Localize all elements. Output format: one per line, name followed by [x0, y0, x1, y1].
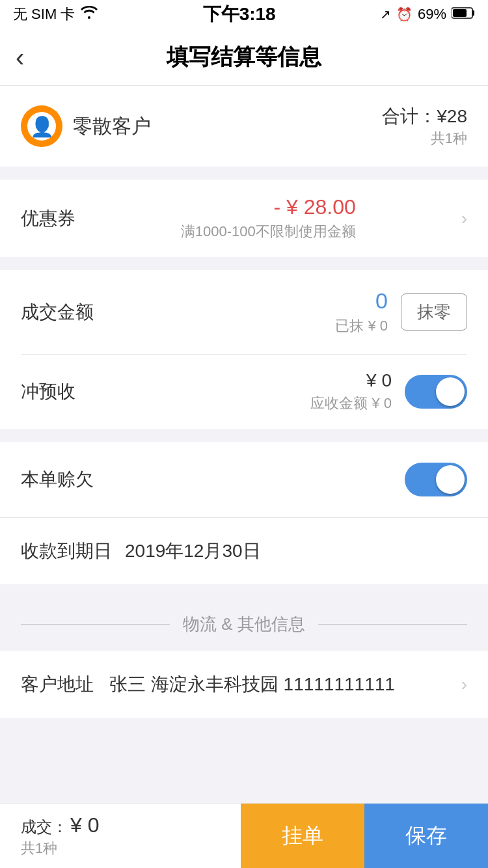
- location-icon: ↗: [380, 7, 391, 22]
- address-chevron-icon: ›: [461, 674, 467, 695]
- logistics-label: 物流 & 其他信息: [183, 613, 305, 636]
- svg-rect-1: [472, 10, 474, 16]
- toggle-thumb: [436, 377, 465, 406]
- coupon-right: - ¥ 28.00 满1000-100不限制使用金额: [181, 195, 356, 241]
- section-divider-4: [0, 584, 488, 597]
- deal-amount-right: 0 已抹 ¥ 0 抹零: [335, 288, 467, 336]
- page-title: 填写结算等信息: [167, 42, 321, 72]
- prepay-row: 冲预收 ¥ 0 应收金额 ¥ 0: [0, 355, 488, 429]
- deal-amount-row: 成交金额 0 已抹 ¥ 0 抹零: [0, 270, 488, 354]
- customer-name: 零散客户: [73, 113, 151, 140]
- deal-amount-value: 0: [335, 288, 388, 314]
- status-bar: 无 SIM 卡 下午3:18 ↗ ⏰ 69%: [0, 0, 488, 29]
- customer-avatar: 👤: [21, 105, 62, 147]
- person-icon: 👤: [30, 115, 54, 138]
- bottom-bar: 成交： ¥ 0 共1种 挂单 保存: [0, 803, 488, 868]
- customer-section: 👤 零散客户 合计：¥28 共1种: [0, 86, 488, 167]
- debt-label: 本单赊欠: [21, 467, 94, 492]
- debt-toggle[interactable]: [405, 463, 467, 496]
- status-time: 下午3:18: [203, 2, 276, 27]
- coupon-row[interactable]: 优惠券 - ¥ 28.00 满1000-100不限制使用金额 ›: [0, 180, 488, 257]
- bottom-spacer: [0, 718, 488, 744]
- logistics-line-left: [21, 624, 170, 625]
- bottom-count: 共1种: [21, 839, 220, 858]
- section-divider-3: [0, 429, 488, 442]
- deal-amount-label: 成交金额: [21, 300, 94, 325]
- prepay-label: 冲预收: [21, 379, 75, 404]
- avatar-icon: 👤: [27, 112, 56, 141]
- hang-button[interactable]: 挂单: [241, 804, 364, 868]
- coupon-value: - ¥ 28.00: [181, 195, 356, 219]
- status-left: 无 SIM 卡: [13, 5, 98, 24]
- address-value: 张三 海淀永丰科技园 11111111111: [109, 672, 461, 697]
- round-button[interactable]: 抹零: [401, 293, 467, 331]
- status-right: ↗ ⏰ 69%: [380, 6, 475, 23]
- coupon-sub: 满1000-100不限制使用金额: [181, 222, 356, 241]
- address-section: 客户地址 张三 海淀永丰科技园 11111111111 ›: [0, 651, 488, 718]
- customer-left: 👤 零散客户: [21, 105, 151, 147]
- address-row[interactable]: 客户地址 张三 海淀永丰科技园 11111111111 ›: [0, 651, 488, 718]
- deal-amount-sub: 已抹 ¥ 0: [335, 316, 388, 336]
- logistics-line-right: [318, 624, 467, 625]
- address-label: 客户地址: [21, 672, 94, 697]
- coupon-label: 优惠券: [21, 206, 75, 231]
- debt-toggle-thumb: [436, 465, 465, 494]
- prepay-value: ¥ 0: [310, 370, 392, 391]
- customer-row: 👤 零散客户 合计：¥28 共1种: [0, 86, 488, 167]
- bottom-deal-row: 成交： ¥ 0: [21, 813, 220, 837]
- deal-amount-wrap: 0 已抹 ¥ 0: [335, 288, 388, 336]
- alarm-icon: ⏰: [396, 7, 413, 22]
- svg-rect-2: [453, 9, 467, 17]
- bottom-deal-value: ¥ 0: [70, 813, 99, 837]
- total-price: 合计：¥28: [382, 104, 467, 129]
- bottom-deal-label: 成交：: [21, 817, 68, 837]
- bottom-info: 成交： ¥ 0 共1种: [0, 804, 241, 868]
- customer-right: 合计：¥28 共1种: [382, 104, 467, 148]
- sim-status: 无 SIM 卡: [13, 5, 75, 24]
- prepay-amount-wrap: ¥ 0 应收金额 ¥ 0: [310, 370, 392, 413]
- debt-row: 本单赊欠: [0, 442, 488, 517]
- prepay-sub: 应收金额 ¥ 0: [310, 394, 392, 413]
- prepay-toggle[interactable]: [405, 375, 467, 409]
- chevron-icon: ›: [461, 208, 467, 229]
- section-divider-2: [0, 257, 488, 270]
- save-button[interactable]: 保存: [364, 804, 488, 868]
- due-date-row[interactable]: 收款到期日 2019年12月30日: [0, 517, 488, 584]
- debt-section: 本单赊欠 收款到期日 2019年12月30日: [0, 442, 488, 584]
- battery-level: 69%: [418, 6, 446, 23]
- due-date-value: 2019年12月30日: [125, 539, 261, 563]
- battery-icon: [452, 6, 475, 23]
- total-count: 共1种: [382, 129, 467, 148]
- back-button[interactable]: ‹: [16, 44, 24, 70]
- section-divider-1: [0, 167, 488, 180]
- coupon-section: 优惠券 - ¥ 28.00 满1000-100不限制使用金额 ›: [0, 180, 488, 257]
- deal-amount-section: 成交金额 0 已抹 ¥ 0 抹零 冲预收 ¥ 0 应收金额 ¥ 0: [0, 270, 488, 429]
- wifi-icon: [80, 6, 98, 23]
- logistics-header: 物流 & 其他信息: [0, 597, 488, 651]
- nav-bar: ‹ 填写结算等信息: [0, 29, 488, 86]
- content-area: 👤 零散客户 合计：¥28 共1种 优惠券 - ¥ 28.00 满1000-10…: [0, 86, 488, 809]
- prepay-right: ¥ 0 应收金额 ¥ 0: [310, 370, 467, 413]
- due-date-label: 收款到期日: [21, 539, 112, 563]
